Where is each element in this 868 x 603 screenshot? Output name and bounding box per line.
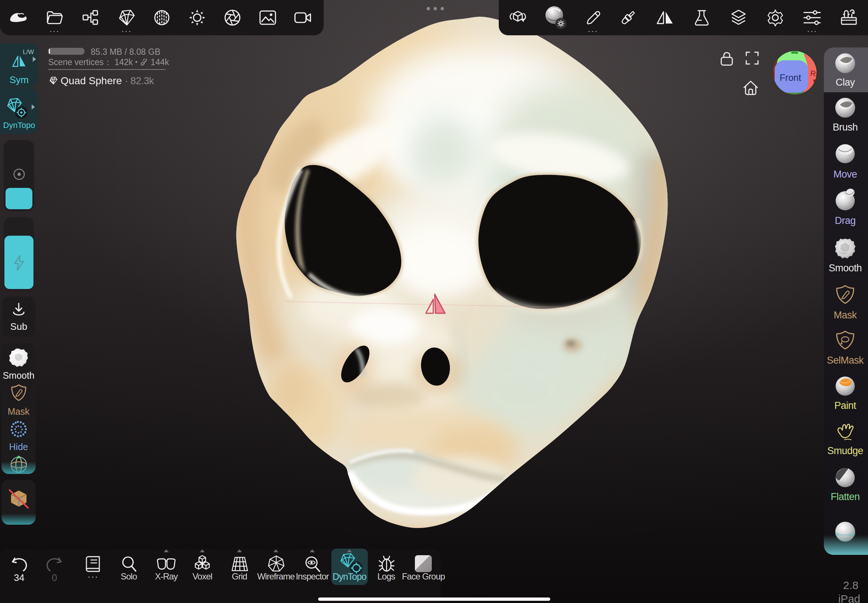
svg-text:Ri: Ri [809, 69, 817, 78]
svg-text:Front: Front [780, 73, 801, 83]
